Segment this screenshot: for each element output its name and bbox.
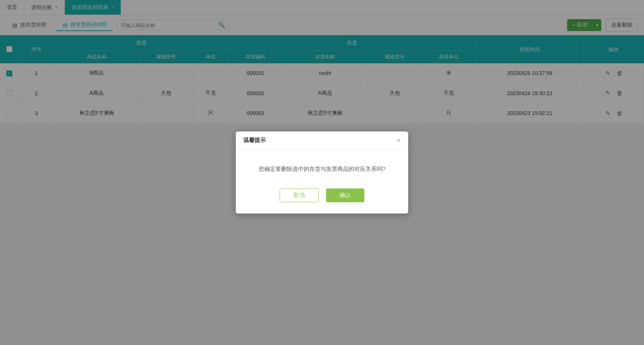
modal-overlay: 温馨提示 × 您确定要删除选中的存货与发票商品的对应关系吗? 取消 确认: [0, 0, 644, 124]
